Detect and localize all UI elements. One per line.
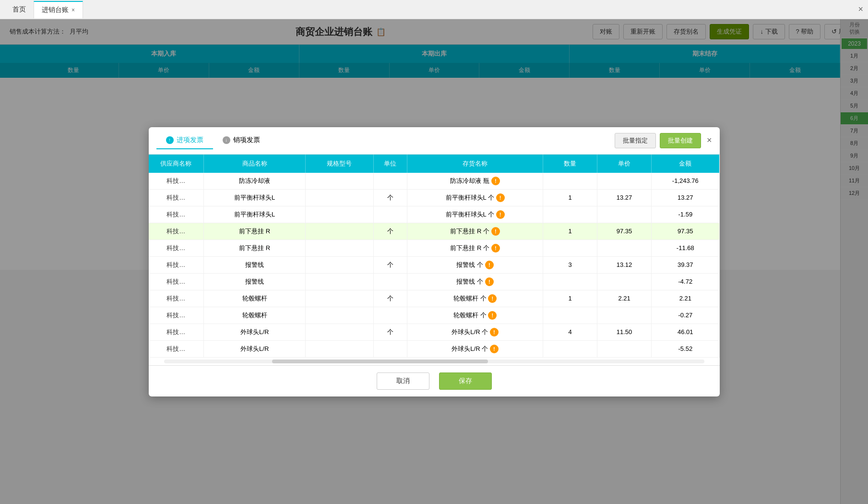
warning-icon: ! xyxy=(491,244,500,252)
table-row: 科技…报警线个报警线 个 !313.1239.37 xyxy=(149,256,720,273)
warning-icon: ! xyxy=(488,311,497,320)
modal-overlay: ↑ 进项发票 ↓ 销项发票 批量指定 批量创建 × xyxy=(0,19,868,504)
tab-purchases-label: 进销台账 xyxy=(42,6,69,14)
batch-create-button[interactable]: 批量创建 xyxy=(660,133,701,148)
th-amount: 金额 xyxy=(652,155,719,173)
cancel-button[interactable]: 取消 xyxy=(377,372,429,390)
th-unit: 单位 xyxy=(373,155,407,173)
warning-icon: ! xyxy=(485,277,494,286)
invoice-modal: ↑ 进项发票 ↓ 销项发票 批量指定 批量创建 × xyxy=(149,127,720,396)
modal-close-button[interactable]: × xyxy=(707,135,712,145)
table-row: 科技…外球头L/R外球头L/R 个 !-5.52 xyxy=(149,340,720,357)
table-row: 科技…轮毂螺杆个轮毂螺杆 个 !12.212.21 xyxy=(149,290,720,307)
tab-home[interactable]: 首页 xyxy=(5,1,34,18)
h-scrollbar[interactable] xyxy=(164,360,704,363)
h-scrollbar-area xyxy=(149,358,720,365)
th-unit-price: 单价 xyxy=(597,155,652,173)
modal-footer: 取消 保存 xyxy=(149,365,720,396)
warning-icon: ! xyxy=(490,328,499,336)
batch-assign-button[interactable]: 批量指定 xyxy=(615,133,656,148)
warning-icon: ! xyxy=(491,177,500,185)
table-row: 科技…前平衡杆球头L个前平衡杆球头L 个 !113.2713.27 xyxy=(149,189,720,206)
th-inventory-name: 存货名称 xyxy=(407,155,543,173)
th-quantity: 数量 xyxy=(543,155,597,173)
th-spec: 规格型号 xyxy=(306,155,373,173)
sales-tab-label: 销项发票 xyxy=(233,136,260,144)
warning-icon: ! xyxy=(496,210,505,219)
save-button[interactable]: 保存 xyxy=(439,372,492,390)
warning-icon: ! xyxy=(496,193,505,202)
table-row: 科技…前平衡杆球头L前平衡杆球头L 个 !-1.59 xyxy=(149,206,720,223)
warning-icon: ! xyxy=(491,227,500,236)
modal-actions: 批量指定 批量创建 xyxy=(615,133,701,148)
th-product-name: 商品名称 xyxy=(204,155,306,173)
purchase-tab-icon: ↑ xyxy=(166,136,174,144)
warning-icon: ! xyxy=(488,294,497,303)
invoice-table: 供应商名称 商品名称 规格型号 单位 存货名称 数量 单价 金额 科技…防冻冷却… xyxy=(149,155,720,358)
tab-sales-invoice[interactable]: ↓ 销项发票 xyxy=(213,132,270,149)
purchase-tab-label: 进项发票 xyxy=(177,136,203,144)
table-row: 科技…外球头L/R个外球头L/R 个 !411.5046.01 xyxy=(149,324,720,340)
modal-table-wrap: 供应商名称 商品名称 规格型号 单位 存货名称 数量 单价 金额 科技…防冻冷却… xyxy=(149,155,720,358)
tab-close-icon[interactable]: × xyxy=(71,7,75,13)
tab-bar: 首页 进销台账 × × xyxy=(0,0,868,19)
h-scrollbar-thumb[interactable] xyxy=(272,360,488,363)
table-row: 科技…前下悬挂 R个前下悬挂 R 个 !197.3597.35 xyxy=(149,223,720,240)
warning-icon: ! xyxy=(490,345,499,353)
th-supplier: 供应商名称 xyxy=(149,155,204,173)
table-row: 科技…前下悬挂 R前下悬挂 R 个 !-11.68 xyxy=(149,240,720,256)
main-area: 销售成本计算方法： 月平均 商贸企业进销台账 📋 对账 重新开账 存货别名 生成… xyxy=(0,19,868,504)
warning-icon: ! xyxy=(485,261,494,269)
window-close-button[interactable]: × xyxy=(858,4,863,14)
table-row: 科技…轮毂螺杆轮毂螺杆 个 !-0.27 xyxy=(149,307,720,324)
modal-header: ↑ 进项发票 ↓ 销项发票 批量指定 批量创建 × xyxy=(149,127,720,155)
tab-purchase-invoice[interactable]: ↑ 进项发票 xyxy=(156,132,213,149)
sales-tab-icon: ↓ xyxy=(223,136,230,144)
modal-tabs: ↑ 进项发票 ↓ 销项发票 xyxy=(156,132,270,149)
tab-purchases[interactable]: 进销台账 × xyxy=(34,1,83,18)
table-row: 科技…报警线报警线 个 !-4.72 xyxy=(149,273,720,290)
table-row: 科技…防冻冷却液防冻冷却液 瓶 !-1,243.76 xyxy=(149,173,720,190)
